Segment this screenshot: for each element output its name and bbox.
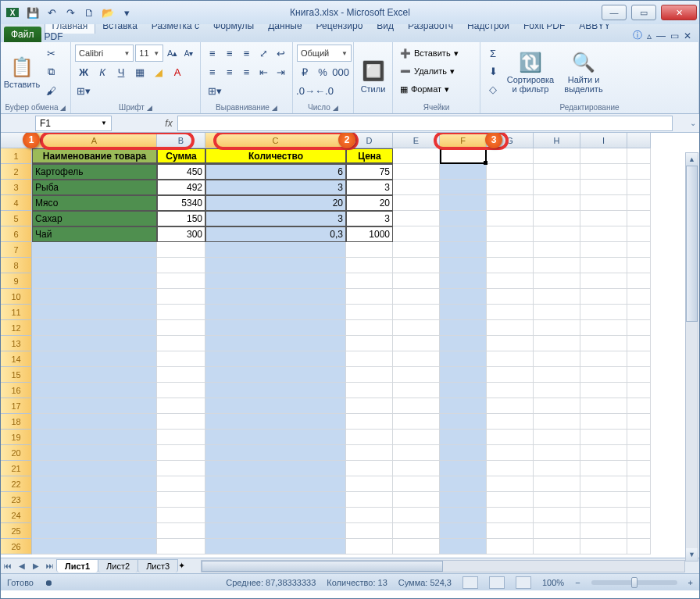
- cell-D26[interactable]: [346, 539, 393, 554]
- cell-C16[interactable]: [205, 383, 346, 398]
- insert-cells-button[interactable]: ➕Вставить ▾: [397, 45, 476, 62]
- cell-F1[interactable]: [440, 148, 487, 164]
- cell-C17[interactable]: [205, 398, 346, 414]
- cell-H2[interactable]: [534, 164, 580, 180]
- cell-undefined19[interactable]: [627, 430, 651, 445]
- borders-dropdown-icon[interactable]: ⊞▾: [75, 82, 92, 99]
- cell-F8[interactable]: [440, 258, 487, 273]
- sheet-next-icon[interactable]: ▶: [29, 559, 43, 573]
- cell-undefined6[interactable]: [627, 226, 651, 242]
- cell-H17[interactable]: [534, 398, 580, 414]
- cell-B3[interactable]: 492: [157, 180, 205, 195]
- ribbon-help-icon[interactable]: ⓘ: [633, 29, 642, 42]
- row-header-19[interactable]: 19: [1, 430, 32, 445]
- italic-icon[interactable]: К: [94, 63, 111, 80]
- align-bottom-icon[interactable]: ≡: [239, 45, 255, 62]
- cell-H13[interactable]: [534, 336, 580, 351]
- row-header-22[interactable]: 22: [1, 476, 32, 492]
- format-painter-icon[interactable]: 🖌: [42, 82, 59, 99]
- cell-A18[interactable]: [32, 414, 157, 430]
- cell-C21[interactable]: [205, 461, 346, 476]
- cell-undefined1[interactable]: [627, 148, 651, 164]
- cell-E1[interactable]: [393, 148, 440, 164]
- cell-C20[interactable]: [205, 445, 346, 461]
- cell-I18[interactable]: [580, 414, 627, 430]
- cell-H15[interactable]: [534, 367, 580, 383]
- cell-undefined17[interactable]: [627, 398, 651, 414]
- cell-H10[interactable]: [534, 289, 580, 305]
- font-name-combo[interactable]: Calibri▼: [75, 45, 134, 62]
- hscroll-thumb[interactable]: [202, 561, 443, 572]
- clipboard-dialog-icon[interactable]: ◢: [60, 104, 66, 112]
- cell-G24[interactable]: [487, 508, 534, 523]
- cell-E7[interactable]: [393, 242, 440, 258]
- cell-A15[interactable]: [32, 367, 157, 383]
- cell-C8[interactable]: [205, 258, 346, 273]
- cell-B13[interactable]: [157, 336, 205, 351]
- cell-B23[interactable]: [157, 492, 205, 508]
- cell-D3[interactable]: 3: [346, 180, 393, 195]
- delete-cells-button[interactable]: ➖Удалить ▾: [397, 62, 476, 80]
- row-header-20[interactable]: 20: [1, 445, 32, 461]
- cell-F19[interactable]: [440, 430, 487, 445]
- col-header-H[interactable]: H: [534, 133, 580, 148]
- cell-undefined8[interactable]: [627, 258, 651, 273]
- cell-A1[interactable]: Наименование товара: [32, 148, 157, 164]
- cell-H9[interactable]: [534, 273, 580, 289]
- cell-F7[interactable]: [440, 242, 487, 258]
- cell-E14[interactable]: [393, 351, 440, 367]
- underline-icon[interactable]: Ч: [112, 63, 130, 80]
- cell-B15[interactable]: [157, 367, 205, 383]
- cell-A2[interactable]: Картофель: [32, 164, 157, 180]
- row-header-21[interactable]: 21: [1, 461, 32, 476]
- cell-G16[interactable]: [487, 383, 534, 398]
- align-middle-icon[interactable]: ≡: [222, 45, 238, 62]
- cell-C2[interactable]: 6: [205, 164, 346, 180]
- tab-file[interactable]: Файл: [4, 27, 41, 42]
- cell-B4[interactable]: 5340: [157, 195, 205, 211]
- row-header-23[interactable]: 23: [1, 492, 32, 508]
- cell-G6[interactable]: [487, 226, 534, 242]
- cell-C3[interactable]: 3: [205, 180, 346, 195]
- cell-F20[interactable]: [440, 445, 487, 461]
- cell-undefined15[interactable]: [627, 367, 651, 383]
- cell-E5[interactable]: [393, 211, 440, 226]
- font-size-combo[interactable]: 11▼: [135, 45, 163, 62]
- cell-E19[interactable]: [393, 430, 440, 445]
- cell-A10[interactable]: [32, 289, 157, 305]
- cell-H18[interactable]: [534, 414, 580, 430]
- zoom-thumb[interactable]: [631, 577, 638, 588]
- font-color-icon[interactable]: A: [169, 63, 186, 80]
- cell-H5[interactable]: [534, 211, 580, 226]
- cell-I12[interactable]: [580, 320, 627, 336]
- row-header-8[interactable]: 8: [1, 258, 32, 273]
- cell-B2[interactable]: 450: [157, 164, 205, 180]
- cell-undefined23[interactable]: [627, 492, 651, 508]
- border-icon[interactable]: ▦: [131, 63, 148, 80]
- scroll-up-icon[interactable]: ▲: [686, 153, 698, 166]
- qat-undo-icon[interactable]: ↶: [43, 4, 60, 21]
- zoom-level[interactable]: 100%: [542, 578, 564, 587]
- cell-G11[interactable]: [487, 305, 534, 320]
- cell-A22[interactable]: [32, 476, 157, 492]
- cell-G12[interactable]: [487, 320, 534, 336]
- cell-D8[interactable]: [346, 258, 393, 273]
- cell-undefined11[interactable]: [627, 305, 651, 320]
- align-right-icon[interactable]: ≡: [239, 63, 255, 80]
- orientation-icon[interactable]: ⤢: [255, 45, 271, 62]
- view-pagebreak-icon[interactable]: [516, 576, 531, 589]
- qat-save-icon[interactable]: 💾: [24, 4, 41, 21]
- fill-icon[interactable]: ⬇: [484, 62, 502, 80]
- bold-icon[interactable]: Ж: [75, 63, 92, 80]
- cell-B7[interactable]: [157, 242, 205, 258]
- cell-G10[interactable]: [487, 289, 534, 305]
- cell-D23[interactable]: [346, 492, 393, 508]
- cell-G19[interactable]: [487, 430, 534, 445]
- cell-I5[interactable]: [580, 211, 627, 226]
- cell-D19[interactable]: [346, 430, 393, 445]
- formula-input[interactable]: [177, 116, 673, 131]
- col-header-G[interactable]: G: [487, 133, 534, 148]
- cell-undefined18[interactable]: [627, 414, 651, 430]
- cell-H8[interactable]: [534, 258, 580, 273]
- wrap-text-icon[interactable]: ↩: [273, 45, 288, 62]
